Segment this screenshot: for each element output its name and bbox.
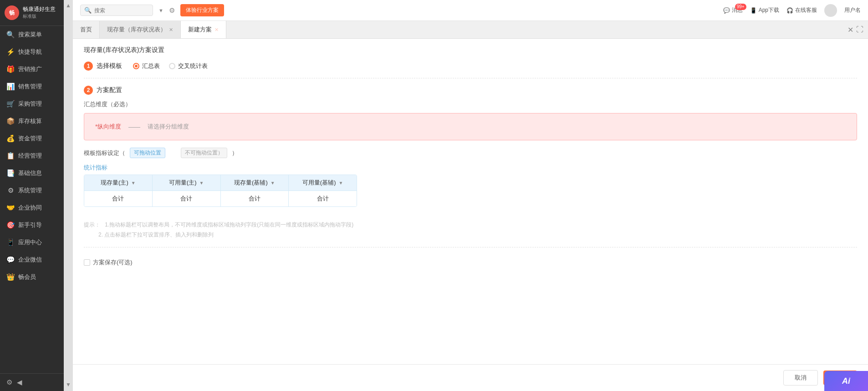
- footer-collapse-icon[interactable]: ◀: [17, 378, 22, 386]
- tips-title: 提示：: [84, 221, 103, 228]
- tab-new-scheme[interactable]: 新建方案 ✕: [181, 21, 226, 38]
- scroll-up-arrow[interactable]: ▲: [66, 1, 71, 11]
- sidebar-item-label: 畅会员: [18, 273, 36, 281]
- radio-cross-dot: [169, 63, 175, 69]
- sidebar-item-inventory[interactable]: 📦 库存核算: [0, 113, 64, 130]
- stats-col2-label: 现存量(基辅): [234, 179, 268, 187]
- stats-table: 现存量(主) ▼ 可用量(主) ▼ 现存量(基辅) ▼: [84, 175, 357, 207]
- sidebar-item-vip[interactable]: 👑 畅会员: [0, 268, 64, 286]
- sidebar-item-quick-nav[interactable]: ⚡ 快捷导航: [0, 43, 64, 61]
- indicator-not-draggable-tag: 不可拖动位置）: [181, 148, 227, 158]
- avatar[interactable]: [824, 4, 837, 17]
- sidebar-item-marketing[interactable]: 🎁 营销推广: [0, 61, 64, 78]
- sidebar-item-label: 企业微信: [18, 256, 42, 264]
- stats-header-cell-0[interactable]: 现存量(主) ▼: [84, 175, 153, 190]
- section-config: 2 方案配置 汇总维度（必选） *纵向维度 —— 请选择分组维度 模板指标设定（…: [84, 86, 857, 240]
- section2-number: 2: [84, 86, 93, 95]
- stats-col0-chevron[interactable]: ▼: [131, 180, 136, 185]
- sidebar-item-wechat[interactable]: 💬 企业微信: [0, 251, 64, 268]
- sidebar-item-search-menu[interactable]: 🔍 搜索菜单: [0, 26, 64, 43]
- search-box[interactable]: 🔍: [80, 5, 153, 16]
- gear-icon[interactable]: ⚙: [169, 6, 175, 15]
- save-area: 方案保存(可选): [84, 258, 857, 267]
- ai-badge[interactable]: Ai: [824, 371, 868, 391]
- stats-col2-chevron[interactable]: ▼: [271, 180, 275, 185]
- tips-item-2: 2. 点击标题栏下拉可设置排序、插入列和删除列: [84, 230, 857, 240]
- dimension-required-text: *纵向维度: [95, 123, 121, 131]
- template-radio-group: 汇总表 交叉统计表: [133, 62, 208, 70]
- sidebar-item-operation[interactable]: 📋 经营管理: [0, 147, 64, 165]
- indicator-separator: [170, 149, 176, 156]
- indicator-close-paren: ）: [232, 149, 238, 157]
- trial-button[interactable]: 体验行业方案: [180, 4, 224, 16]
- stats-header-cell-3[interactable]: 可用量(基辅) ▼: [289, 175, 357, 190]
- vip-icon: 👑: [6, 273, 15, 281]
- search-input[interactable]: [94, 7, 149, 14]
- app-name: 畅康通好生意: [23, 6, 56, 13]
- sidebar-item-label: 销售管理: [18, 82, 42, 91]
- section1-header: 1 选择模板 汇总表 交叉统计表: [84, 62, 857, 71]
- footer-settings-icon[interactable]: ⚙: [6, 378, 12, 386]
- action-bar: 取消 查询: [73, 364, 868, 391]
- sidebar-item-new-guide[interactable]: 🎯 新手引导: [0, 216, 64, 234]
- stats-section-label: 统计指标: [84, 164, 857, 172]
- indicator-settings-label: 模板指标设定（ 可拖动位置 不可拖动位置） ）: [84, 148, 857, 158]
- username[interactable]: 用户名: [844, 6, 861, 14]
- section-template: 1 选择模板 汇总表 交叉统计表: [84, 62, 857, 71]
- sidebar-item-label: 企业协同: [18, 204, 42, 212]
- online-service-button[interactable]: 🎧 在线客服: [786, 6, 817, 14]
- sidebar-item-purchase[interactable]: 🛒 采购管理: [0, 95, 64, 113]
- tab-new-scheme-label: 新建方案: [188, 26, 212, 34]
- sidebar-item-label: 资金管理: [18, 134, 42, 143]
- page-title: 现存量(库存状况表)方案设置: [84, 46, 857, 54]
- sidebar-item-app-center[interactable]: 📱 应用中心: [0, 234, 64, 251]
- content-inner: 现存量(库存状况表)方案设置 1 选择模板 汇总表 交叉统计表: [73, 39, 868, 364]
- sidebar-item-label: 基础信息: [18, 169, 42, 177]
- dimension-dash: ——: [128, 123, 140, 130]
- sidebar-item-basic-info[interactable]: 📑 基础信息: [0, 165, 64, 182]
- stats-header-cell-1[interactable]: 可用量(主) ▼: [153, 175, 221, 190]
- message-badge: 99+: [735, 4, 746, 10]
- section1-title: 选择模板: [97, 62, 122, 70]
- cooperation-icon: 🤝: [6, 204, 15, 212]
- app-edition: 标准版: [23, 13, 56, 20]
- sidebar-item-label: 采购管理: [18, 100, 42, 108]
- app-download-button[interactable]: 📱 App下载: [750, 6, 779, 14]
- radio-cross[interactable]: 交叉统计表: [169, 62, 208, 70]
- tab-right-icons: ✕ ⛶: [843, 26, 868, 34]
- stats-col1-chevron[interactable]: ▼: [199, 180, 204, 185]
- tab-inventory-status[interactable]: 现存量（库存状况表） ✕: [100, 21, 181, 38]
- cancel-button[interactable]: 取消: [783, 370, 818, 386]
- message-button[interactable]: 💬 消息 99+: [723, 6, 743, 14]
- app-download-label: App下载: [759, 6, 779, 14]
- indicator-draggable-tag: 可拖动位置: [130, 148, 165, 158]
- tab-inventory-close-icon[interactable]: ✕: [169, 27, 173, 32]
- sidebar-item-cooperation[interactable]: 🤝 企业协同: [0, 199, 64, 216]
- tab-expand-icon[interactable]: ⛶: [856, 26, 863, 34]
- save-checkbox[interactable]: [84, 259, 90, 266]
- stats-section: 统计指标 现存量(主) ▼ 可用量(主) ▼: [84, 164, 857, 208]
- stats-header-cell-2[interactable]: 现存量(基辅) ▼: [221, 175, 289, 190]
- tab-new-scheme-close-icon[interactable]: ✕: [214, 27, 219, 32]
- sidebar-item-system[interactable]: ⚙ 系统管理: [0, 182, 64, 199]
- radio-summary-label: 汇总表: [142, 62, 160, 70]
- radio-cross-label: 交叉统计表: [178, 62, 208, 70]
- tab-close-all-icon[interactable]: ✕: [848, 26, 853, 34]
- dimension-area[interactable]: *纵向维度 —— 请选择分组维度: [84, 113, 857, 140]
- search-icon: 🔍: [84, 7, 92, 14]
- search-dropdown-icon[interactable]: ▼: [158, 8, 163, 13]
- sidebar-item-finance[interactable]: 💰 资金管理: [0, 130, 64, 147]
- sidebar-scrollbar: ▲ ▼: [64, 0, 73, 391]
- stats-col3-chevron[interactable]: ▼: [339, 180, 343, 185]
- wechat-icon: 💬: [6, 256, 15, 264]
- scroll-down-arrow[interactable]: ▼: [66, 380, 71, 390]
- sidebar-item-label: 营销推广: [18, 65, 42, 73]
- message-icon: 💬: [723, 7, 730, 14]
- radio-summary[interactable]: 汇总表: [133, 62, 160, 70]
- tips-text-1: 1.拖动标题栏可以调整布局，不可跨维度或指标区域拖动列字段(只能在同一维度或指标…: [105, 221, 353, 228]
- sidebar-item-sales[interactable]: 📊 销售管理: [0, 78, 64, 95]
- finance-icon: 💰: [6, 134, 15, 143]
- tab-home[interactable]: 首页: [73, 21, 100, 38]
- content-area: 现存量(库存状况表)方案设置 1 选择模板 汇总表 交叉统计表: [73, 39, 868, 364]
- marketing-icon: 🎁: [6, 65, 15, 73]
